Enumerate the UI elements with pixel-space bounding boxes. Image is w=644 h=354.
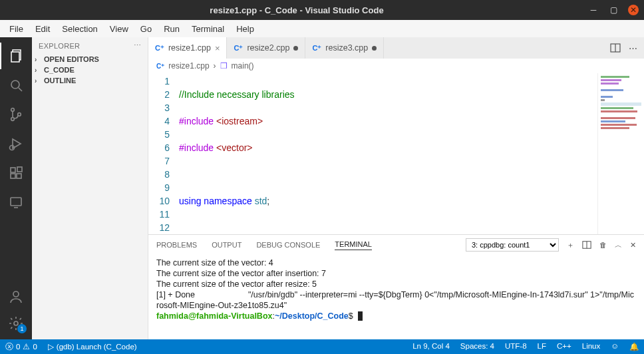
status-os[interactable]: Linux [577,342,606,350]
status-lang[interactable]: C++ [552,342,577,350]
more-icon[interactable]: ⋯ [134,41,141,50]
search-icon[interactable] [0,72,32,98]
line-number: 3 [148,101,170,114]
line-number: 12 [148,221,170,234]
code-editor[interactable]: 1 2 3 4 5 6 7 8 9 10 11 12 //Include nec… [148,73,597,234]
terminal-line: The current size of the vector after res… [156,279,636,289]
chevron-right-icon: › [35,77,41,85]
sidebar-c-code[interactable]: › C_CODE [32,65,148,75]
tab-resize1[interactable]: C⁺ resize1.cpp × [148,37,227,59]
account-icon[interactable] [0,283,32,310]
notifications-icon[interactable]: 🔔 [624,342,644,351]
editor-area: C⁺ resize1.cpp × C⁺ resize2.cpp C⁺ resiz… [148,37,644,339]
terminal-prompt-dollar: $ [349,311,353,321]
svg-rect-11 [17,174,21,178]
svg-point-15 [13,291,19,297]
close-panel-icon[interactable]: ✕ [630,241,636,250]
cpp-file-icon: C⁺ [156,63,164,70]
activity-bottom: 1 [0,283,32,337]
status-encoding[interactable]: UTF-8 [500,342,532,350]
separator-icon: › [214,61,216,71]
sidebar-open-editors[interactable]: › OPEN EDITORS [32,54,148,65]
breadcrumb-symbol[interactable]: main() [232,61,254,71]
line-number: 2 [148,88,170,101]
status-spaces[interactable]: Spaces: 4 [455,342,500,350]
line-number: 7 [148,154,170,168]
svg-rect-12 [17,167,22,172]
more-icon[interactable]: ⋯ [629,43,637,53]
svg-point-4 [11,108,15,112]
window-title: resize1.cpp - C_Code - Visual Studio Cod… [5,5,588,15]
panel-tab-problems[interactable]: PROBLEMS [156,241,197,249]
panel-tab-debug-console[interactable]: DEBUG CONSOLE [256,241,320,249]
menu-bar: File Edit Selection View Go Run Terminal… [0,20,644,37]
extensions-icon[interactable] [0,160,32,186]
terminal-line: The current size of the vector: 4 [156,258,636,268]
dirty-indicator-icon [293,46,298,51]
breadcrumb-file[interactable]: resize1.cpp [168,61,209,71]
explorer-sidebar: EXPLORER ⋯ › OPEN EDITORS › C_CODE › OUT… [32,37,148,339]
sidebar-title: EXPLORER [39,42,134,50]
menu-help[interactable]: Help [231,23,259,35]
terminal-prompt-user: fahmida@fahmida-VirtualBox [156,311,273,321]
breadcrumb[interactable]: C⁺ resize1.cpp › ❒ main() [148,59,644,73]
panel-actions: 3: cppdbg: count1 ＋ 🗑 ︿ ✕ [466,238,636,252]
debug-icon: ▷ [48,342,54,351]
terminal-line: The current size of the vector after ins… [156,268,636,279]
maximize-panel-icon[interactable]: ︿ [615,240,622,250]
source-control-icon[interactable] [0,101,32,128]
maximize-icon[interactable]: ▢ [608,5,619,15]
menu-selection[interactable]: Selection [57,23,102,35]
menu-terminal[interactable]: Terminal [186,23,230,35]
tab-label: resize3.cpp [325,43,368,53]
terminal-output[interactable]: The current size of the vector: 4The cur… [148,255,644,339]
split-terminal-icon[interactable] [582,240,591,250]
error-icon: ⓧ [5,342,13,352]
run-debug-icon[interactable] [0,130,32,157]
close-icon[interactable]: × [215,43,220,53]
svg-rect-10 [11,174,15,178]
minimap[interactable] [597,73,644,234]
activity-bar: 1 [0,37,32,339]
tab-resize3[interactable]: C⁺ resize3.cpp [305,37,384,59]
menu-file[interactable]: File [4,23,29,35]
svg-rect-1 [11,52,19,62]
settings-gear-icon[interactable]: 1 [0,310,32,337]
status-errors[interactable]: ⓧ0 ⚠0 [0,339,43,354]
status-eol[interactable]: LF [532,342,552,350]
code-content[interactable]: //Include necessary libraries #include <… [179,73,597,234]
svg-point-16 [14,321,18,325]
menu-go[interactable]: Go [135,23,157,35]
sidebar-outline[interactable]: › OUTLINE [32,75,148,86]
terminal-select[interactable]: 3: cppdbg: count1 [466,238,559,252]
chevron-right-icon: › [35,56,41,63]
symbol-method-icon: ❒ [220,61,228,71]
section-label: OPEN EDITORS [44,55,99,63]
line-number: 1 [148,75,170,88]
menu-run[interactable]: Run [158,23,185,35]
cpp-file-icon: C⁺ [234,44,243,53]
close-icon[interactable]: ✕ [628,5,639,15]
tab-resize2[interactable]: C⁺ resize2.cpp [227,37,305,59]
line-number: 10 [148,194,170,208]
kill-terminal-icon[interactable]: 🗑 [599,241,607,249]
minimize-icon[interactable]: ─ [588,5,599,15]
sidebar-header: EXPLORER ⋯ [32,37,148,54]
line-number: 11 [148,208,170,221]
menu-view[interactable]: View [104,23,134,35]
menu-edit[interactable]: Edit [30,23,55,35]
status-bar: ⓧ0 ⚠0 ▷ (gdb) Launch (C_Code) Ln 9, Col … [0,339,644,354]
panel-tab-terminal[interactable]: TERMINAL [335,240,372,250]
section-label: C_CODE [44,66,75,74]
explorer-icon[interactable] [0,43,32,69]
split-editor-icon[interactable] [610,43,621,53]
editor-wrapper: 1 2 3 4 5 6 7 8 9 10 11 12 //Include nec… [148,73,644,234]
panel-tab-output[interactable]: OUTPUT [212,241,242,249]
status-launch[interactable]: ▷ (gdb) Launch (C_Code) [43,339,142,354]
svg-point-2 [11,81,19,88]
feedback-icon[interactable]: ☺ [605,342,624,350]
status-ln-col[interactable]: Ln 9, Col 4 [407,342,455,350]
remote-icon[interactable] [0,189,32,216]
new-terminal-icon[interactable]: ＋ [567,240,574,250]
dirty-indicator-icon [372,46,377,51]
